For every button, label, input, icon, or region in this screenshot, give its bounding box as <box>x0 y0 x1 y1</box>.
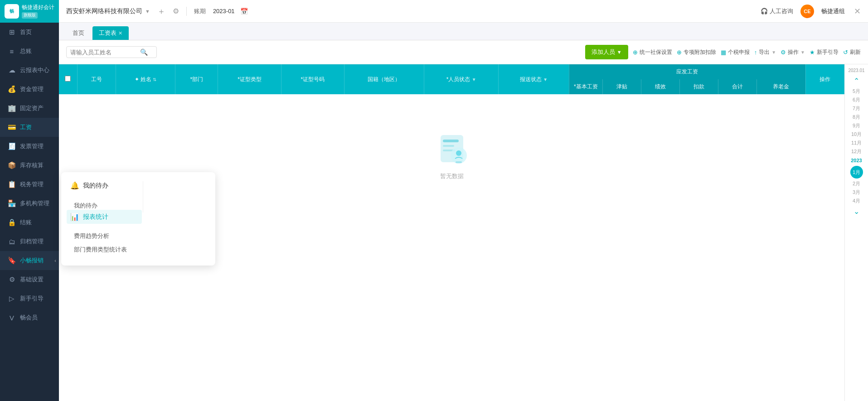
new-guide-icon: ▷ <box>7 295 16 303</box>
svg-rect-6 <box>456 161 462 163</box>
sidebar-item-inventory[interactable]: 📦 库存核算 <box>0 156 59 175</box>
operation-dropdown-icon: ▼ <box>800 50 805 55</box>
sidebar-item-salary[interactable]: 💳 工资 <box>0 118 59 137</box>
popup-menu: 🔔 我的待办 我的待办 📊 报表统计 费用趋势分析 部门费用类型统计表 <box>61 172 215 266</box>
tab-close-icon[interactable]: ✕ <box>118 30 122 36</box>
member-icon: V <box>7 314 16 322</box>
period-value: 2023-01 <box>213 8 235 14</box>
service-button[interactable]: 🎧 人工咨询 <box>761 7 793 15</box>
window-close-button[interactable]: ✕ <box>854 6 861 16</box>
operation-action[interactable]: ⚙ 操作 ▼ <box>781 48 805 56</box>
col-id-number: *证型号码 <box>281 64 344 94</box>
col-operation: 操作 <box>805 64 844 94</box>
timeline-header: 2023.01 <box>847 66 865 75</box>
timeline-month-3[interactable]: 3月 <box>845 188 868 197</box>
sidebar: 畅 畅捷通好会计 旗舰版 ⊞ 首页 ≡ 总账 ☁ 云报表中心 💰 资金管理 🏢 … <box>0 0 59 401</box>
tab-home[interactable]: 首页 <box>66 26 91 40</box>
export-action[interactable]: ↑ 导出 ▼ <box>754 48 776 56</box>
company-dropdown-icon: ▼ <box>145 9 150 14</box>
period-label: 账期 <box>194 7 206 15</box>
sidebar-item-fixed-asset[interactable]: 🏢 固定资产 <box>0 99 59 118</box>
special-deduction-action[interactable]: ⊕ 专项附加扣除 <box>677 48 716 56</box>
timeline-up-nav[interactable]: ⌃ <box>852 75 861 87</box>
svg-rect-1 <box>443 140 459 142</box>
timeline-month-11[interactable]: 11月 <box>845 139 868 147</box>
popup-todo-icon: 🔔 <box>70 181 79 190</box>
search-icon[interactable]: 🔍 <box>140 48 148 56</box>
export-icon: ↑ <box>754 49 757 56</box>
app-logo: 畅 畅捷通好会计 旗舰版 <box>0 0 59 23</box>
timeline-month-12[interactable]: 12月 <box>845 147 868 156</box>
sidebar-item-tax[interactable]: 📋 税务管理 <box>0 175 59 194</box>
refresh-action[interactable]: ↺ 刷新 <box>843 48 861 56</box>
tab-salary-sheet[interactable]: 工资表 ✕ <box>92 26 129 40</box>
company-selector[interactable]: 西安虾米网络科技有限公司 ▼ <box>66 7 150 15</box>
fund-icon: 💰 <box>7 85 16 93</box>
sidebar-item-close[interactable]: 🔒 结账 <box>0 213 59 232</box>
sidebar-item-invoice[interactable]: 🧾 发票管理 <box>0 137 59 156</box>
user-name: 畅捷通组 <box>821 7 845 15</box>
special-deduction-icon: ⊕ <box>677 49 682 56</box>
sidebar-item-ledger[interactable]: ≡ 总账 <box>0 42 59 61</box>
personal-tax-action[interactable]: ▦ 个税申报 <box>721 48 750 56</box>
timeline-month-7[interactable]: 7月 <box>845 104 868 113</box>
timeline-month-5[interactable]: 5月 <box>845 87 868 96</box>
sidebar-item-new-guide[interactable]: ▷ 新手引导 <box>0 289 59 308</box>
calendar-icon[interactable]: 📅 <box>240 8 248 15</box>
col-total: 合计 <box>718 79 756 94</box>
col-group-salary: 应发工资 <box>569 64 805 79</box>
export-dropdown-icon: ▼ <box>771 50 776 55</box>
social-security-icon: ⊕ <box>633 49 638 56</box>
name-sort-icon[interactable]: ⇅ <box>153 77 156 82</box>
sidebar-item-home[interactable]: ⊞ 首页 <box>0 23 59 42</box>
popup-item-cost-trend[interactable]: 费用趋势分析 <box>70 229 138 243</box>
popup-section-my-todo: 🔔 我的待办 我的待办 <box>70 181 138 213</box>
toolbar: 🔍 添加人员 ▼ ⊕ 统一社保设置 ⊕ 专项附加扣除 ▦ 个税申报 ↑ 导出 <box>59 40 868 64</box>
col-base-salary: *基本工资 <box>569 79 602 94</box>
person-status-filter-icon[interactable]: ▼ <box>472 77 476 82</box>
timeline-month-6[interactable]: 6月 <box>845 96 868 104</box>
sidebar-item-archive[interactable]: 🗂 归档管理 <box>0 232 59 251</box>
timeline-month-4[interactable]: 4月 <box>845 197 868 205</box>
salary-table: 工号 ✦ 姓名 ⇅ *部门 *证型类型 *证型号码 国籍（地区） *人员状态 ▼ <box>59 64 844 94</box>
timeline-down-nav[interactable]: ⌄ <box>852 205 861 217</box>
personal-tax-icon: ▦ <box>721 49 726 56</box>
popup-report-icon: 📊 <box>70 213 79 221</box>
ledger-icon: ≡ <box>7 48 16 55</box>
add-person-button[interactable]: 添加人员 ▼ <box>585 45 628 59</box>
select-all-checkbox[interactable] <box>65 76 71 82</box>
col-allowance: 津贴 <box>602 79 641 94</box>
topbar-divider <box>186 7 187 16</box>
new-guide-toolbar-icon: ★ <box>810 49 815 56</box>
sidebar-item-fund[interactable]: 💰 资金管理 <box>0 80 59 99</box>
logo-icon: 畅 <box>5 4 19 19</box>
cloud-report-icon: ☁ <box>7 66 16 74</box>
timeline-month-10[interactable]: 10月 <box>845 130 868 139</box>
timeline-month-2[interactable]: 2月 <box>845 179 868 188</box>
topbar-right: 🎧 人工咨询 CE 畅捷通组 <box>761 5 845 18</box>
logo-text: 畅捷通好会计 旗舰版 <box>22 4 54 18</box>
company-settings-icon[interactable]: ⚙ <box>173 7 179 15</box>
col-deduction: 扣款 <box>679 79 718 94</box>
timeline-month-8[interactable]: 8月 <box>845 113 868 121</box>
popup-section-title-1: 🔔 我的待办 <box>70 181 138 193</box>
xiaochangbaoxiao-icon: 🔖 <box>7 256 16 265</box>
topbar: 西安虾米网络科技有限公司 ▼ ＋ ⚙ 账期 2023-01 📅 🎧 人工咨询 C… <box>59 0 868 23</box>
popup-section-title-2: 📊 报表统计 <box>67 210 142 224</box>
new-guide-action[interactable]: ★ 新手引导 <box>810 48 839 56</box>
report-status-filter-icon[interactable]: ▼ <box>543 77 548 82</box>
social-security-action[interactable]: ⊕ 统一社保设置 <box>633 48 672 56</box>
timeline-month-1-current[interactable]: 1月 <box>850 166 863 179</box>
sidebar-item-xiaochangbaoxiao[interactable]: 🔖 小畅报销 ‹ <box>0 251 59 270</box>
search-input[interactable] <box>70 49 138 56</box>
col-name: ✦ 姓名 ⇅ <box>116 64 175 94</box>
sidebar-item-member[interactable]: V 畅会员 <box>0 308 59 327</box>
sidebar-item-basic-settings[interactable]: ⚙ 基础设置 <box>0 270 59 289</box>
tabbar: 首页 工资表 ✕ <box>59 23 868 40</box>
add-company-button[interactable]: ＋ <box>155 6 167 17</box>
popup-item-dept-cost-type[interactable]: 部门费用类型统计表 <box>70 243 138 256</box>
sidebar-item-cloud-report[interactable]: ☁ 云报表中心 <box>0 61 59 80</box>
timeline-month-9[interactable]: 9月 <box>845 121 868 130</box>
empty-text: 暂无数据 <box>440 172 464 180</box>
sidebar-item-multi-org[interactable]: 🏪 多机构管理 <box>0 194 59 213</box>
